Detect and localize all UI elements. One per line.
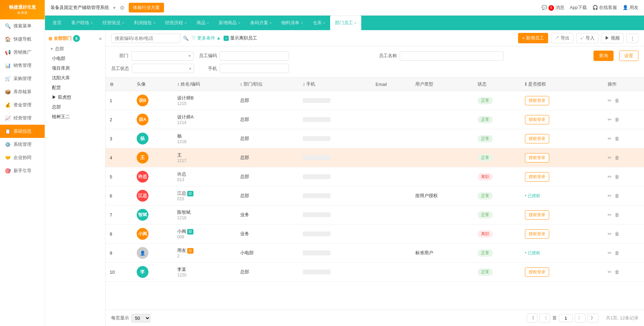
- col-name[interactable]: ↕ 姓名/编码: [173, 78, 236, 91]
- nav-tab-商品[interactable]: 商品 ×: [192, 16, 214, 30]
- auth-btn[interactable]: 授权登录: [525, 153, 549, 162]
- edit-icon[interactable]: ✏: [608, 155, 612, 160]
- col-phone[interactable]: ↕ 手机: [299, 78, 371, 91]
- tab-close-icon[interactable]: ×: [207, 21, 209, 25]
- sidebar-item-operation[interactable]: 📈经营管理: [0, 112, 45, 125]
- dept-item-小电部[interactable]: 小电部: [45, 54, 105, 63]
- edit-icon[interactable]: ✏: [608, 269, 612, 275]
- auth-btn[interactable]: 授权登录: [525, 172, 549, 182]
- col-settings[interactable]: ⚙: [106, 78, 133, 91]
- tab-close-icon[interactable]: ×: [153, 21, 155, 25]
- refresh-btn[interactable]: ⋮: [626, 34, 638, 43]
- sidebar-item-search[interactable]: 🔍搜索菜单: [0, 19, 45, 33]
- dept-item-植树王二[interactable]: 植树王二: [45, 112, 105, 122]
- export-btn[interactable]: ↗ 导出: [551, 33, 573, 43]
- auth-btn[interactable]: 授权登录: [525, 267, 549, 277]
- tab-close-icon[interactable]: ×: [301, 21, 303, 25]
- tab-close-icon[interactable]: ×: [184, 21, 187, 25]
- dept-select[interactable]: [131, 51, 193, 61]
- delete-icon[interactable]: 🗑: [615, 155, 619, 160]
- nav-tab-首页[interactable]: 首页: [48, 16, 66, 30]
- delete-icon[interactable]: 🗑: [615, 98, 619, 103]
- auth-btn[interactable]: 授权登录: [525, 96, 549, 105]
- emp-status-select[interactable]: [132, 64, 194, 73]
- edit-icon[interactable]: ✏: [608, 231, 612, 237]
- app-download-link[interactable]: App下载: [570, 5, 587, 11]
- edit-icon[interactable]: ✏: [608, 98, 612, 103]
- delete-icon[interactable]: 🗑: [615, 136, 619, 141]
- emp-code-input[interactable]: [220, 51, 289, 61]
- emp-name-input[interactable]: [400, 51, 504, 61]
- nav-tab-经营情况[interactable]: 经营情况 ×: [98, 16, 129, 30]
- user-avatar[interactable]: 👤 用友: [623, 5, 638, 11]
- tab-close-icon[interactable]: ×: [122, 21, 124, 25]
- phone-input[interactable]: [220, 64, 289, 73]
- video-btn[interactable]: ▶ 视频: [601, 33, 624, 43]
- nav-tab-新增商品[interactable]: 新增商品 ×: [214, 16, 245, 30]
- tab-close-icon[interactable]: ×: [354, 21, 356, 25]
- dept-item-配货[interactable]: 配货: [45, 83, 105, 92]
- show-resigned-toggle[interactable]: ✓ 显示离职员工: [224, 35, 257, 41]
- nav-tab-利润报告[interactable]: 利润报告 ×: [129, 16, 160, 30]
- last-page-btn[interactable]: 》: [588, 314, 598, 323]
- nav-tab-部门员工[interactable]: 部门员工 ×: [330, 16, 361, 30]
- tab-close-icon[interactable]: ×: [238, 21, 240, 25]
- delete-icon[interactable]: 🗑: [615, 231, 619, 237]
- sidebar-item-finance[interactable]: 💰资金管理: [0, 98, 45, 112]
- query-btn[interactable]: 查询: [593, 51, 614, 61]
- tab-close-icon[interactable]: ×: [323, 21, 325, 25]
- dept-item-项目库房[interactable]: 项目库房: [45, 63, 105, 73]
- per-page-select[interactable]: 50 100 200: [131, 314, 151, 323]
- sidebar-item-marketing[interactable]: 📢营销推广: [0, 46, 45, 59]
- col-dept[interactable]: ↕ 部门/职位: [236, 78, 299, 91]
- dept-tree-header[interactable]: ⊞ 全部部门 6 «: [45, 33, 105, 44]
- delete-icon[interactable]: 🗑: [615, 193, 619, 199]
- tab-close-icon[interactable]: ×: [91, 21, 93, 25]
- sidebar-item-system[interactable]: ⚙️系统管理: [0, 138, 45, 151]
- sidebar-item-purchase[interactable]: 🛒采购管理: [0, 72, 45, 85]
- message-icon[interactable]: 💬 6 消息: [542, 5, 564, 11]
- auth-btn[interactable]: 授权登录: [525, 229, 549, 239]
- nav-tab-经营历程[interactable]: 经营历程 ×: [160, 16, 191, 30]
- auth-btn[interactable]: 授权登录: [525, 210, 549, 220]
- more-filter-btn[interactable]: ▽ 更多条件 ▲: [191, 35, 221, 41]
- sidebar-item-guide[interactable]: 🎯新手引导: [0, 164, 45, 177]
- sidebar-item-basic[interactable]: 📋基础信息: [0, 125, 45, 138]
- gear-icon[interactable]: ⚙: [120, 5, 125, 11]
- edit-icon[interactable]: ✏: [608, 136, 612, 141]
- search-input[interactable]: [111, 34, 180, 43]
- delete-icon[interactable]: 🗑: [615, 269, 619, 275]
- dept-item-双虎想[interactable]: ▶ 双虎想: [45, 92, 105, 102]
- delete-icon[interactable]: 🗑: [615, 212, 619, 218]
- edit-icon[interactable]: ✏: [608, 117, 612, 122]
- delete-icon[interactable]: 🗑: [615, 250, 619, 256]
- edit-icon[interactable]: ✏: [608, 250, 612, 256]
- nav-tab-物料清单[interactable]: 物料清单 ×: [276, 16, 308, 30]
- first-page-btn[interactable]: 《: [527, 314, 537, 323]
- page-input[interactable]: [559, 314, 573, 322]
- next-page-btn[interactable]: 〉: [575, 314, 586, 323]
- collapse-icon[interactable]: «: [99, 36, 102, 41]
- delete-icon[interactable]: 🗑: [615, 174, 619, 179]
- settings-btn[interactable]: 设置: [619, 51, 638, 61]
- prev-page-btn[interactable]: 〈: [539, 314, 550, 323]
- search-icon[interactable]: 🔍: [183, 36, 189, 41]
- delete-icon[interactable]: 🗑: [615, 117, 619, 122]
- auth-btn[interactable]: 授权登录: [525, 134, 549, 143]
- sidebar-item-sales[interactable]: 📊销售管理: [0, 59, 45, 72]
- online-service-link[interactable]: 🎧 在线客服: [592, 5, 617, 11]
- trial-button[interactable]: 体验行业方案: [129, 3, 164, 12]
- tab-close-icon[interactable]: ×: [270, 21, 272, 25]
- sidebar-item-enterprise[interactable]: 🤝企业协同: [0, 151, 45, 164]
- nav-tab-条码方案[interactable]: 条码方案 ×: [245, 16, 276, 30]
- edit-icon[interactable]: ✏: [608, 193, 612, 199]
- dept-group-总部[interactable]: ▼总部: [45, 44, 105, 54]
- edit-icon[interactable]: ✏: [608, 212, 612, 218]
- nav-tab-仓库[interactable]: 仓库 ×: [308, 16, 330, 30]
- add-employee-btn[interactable]: + 新增员工: [518, 33, 548, 43]
- sidebar-item-quicknav[interactable]: 🏠快捷导航: [0, 33, 45, 46]
- import-btn[interactable]: ↙ 导入: [576, 33, 599, 43]
- sidebar-item-inventory[interactable]: 📦库存核算: [0, 85, 45, 98]
- edit-icon[interactable]: ✏: [608, 174, 612, 179]
- auth-btn[interactable]: 授权登录: [525, 115, 549, 124]
